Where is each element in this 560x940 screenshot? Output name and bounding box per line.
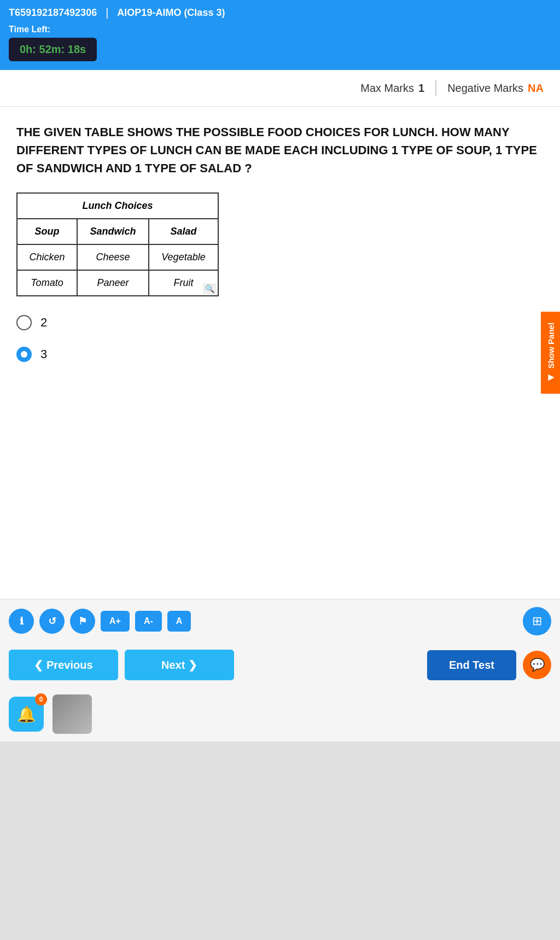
- marks-bar: Max Marks 1 Negative Marks NA: [0, 70, 560, 107]
- reset-font-button[interactable]: A: [167, 611, 191, 632]
- table-row: Chicken Cheese Vegetable: [17, 244, 218, 270]
- option-2-label: 2: [40, 316, 47, 330]
- cell-cheese: Cheese: [77, 244, 149, 270]
- options-list: 2 3: [16, 315, 544, 362]
- col-header-salad: Salad: [149, 219, 218, 244]
- decrease-font-button[interactable]: A-: [135, 611, 162, 632]
- header: T659192187492306 | AIOP19-AIMO (Class 3)…: [0, 0, 560, 70]
- max-marks-label: Max Marks: [360, 82, 414, 95]
- radio-2[interactable]: [16, 315, 32, 330]
- bookmark-icon: ⚑: [78, 615, 87, 627]
- notification-badge: 0: [35, 693, 47, 705]
- avatar-placeholder: [52, 694, 92, 734]
- previous-button[interactable]: ❮ Previous: [9, 650, 118, 680]
- nav-buttons: ❮ Previous Next ❯ End Test 💬: [0, 643, 560, 687]
- marks-separator: [435, 80, 436, 96]
- option-2[interactable]: 2: [16, 315, 544, 330]
- user-id: T659192187492306: [9, 7, 97, 19]
- lunch-table-wrapper: Lunch Choices Soup Sandwich Salad Chicke…: [16, 192, 544, 299]
- negative-marks-label: Negative Marks: [447, 82, 523, 95]
- chat-icon: 💬: [530, 658, 545, 672]
- cell-paneer: Paneer: [77, 270, 149, 296]
- option-3-label: 3: [40, 347, 47, 361]
- question-area: THE GIVEN TABLE SHOWS THE POSSIBLE FOOD …: [0, 107, 560, 599]
- notification-button[interactable]: 🔔 0: [9, 697, 44, 732]
- time-left-label: Time Left:: [9, 25, 551, 34]
- table-container: Lunch Choices Soup Sandwich Salad Chicke…: [16, 192, 219, 296]
- chat-button[interactable]: 💬: [523, 651, 551, 679]
- zoom-icon[interactable]: 🔍: [203, 283, 217, 294]
- question-text: THE GIVEN TABLE SHOWS THE POSSIBLE FOOD …: [16, 123, 544, 177]
- info-icon: ℹ: [20, 615, 24, 627]
- undo-button[interactable]: ↺: [39, 609, 65, 634]
- col-header-sandwich: Sandwich: [77, 219, 149, 244]
- chevron-left-icon: ◀: [547, 374, 556, 383]
- negative-marks-item: Negative Marks NA: [447, 82, 544, 95]
- bottom-bar: 🔔 0: [0, 687, 560, 742]
- bell-icon: 🔔: [17, 705, 36, 723]
- increase-font-button[interactable]: A+: [101, 611, 130, 632]
- undo-icon: ↺: [48, 615, 56, 627]
- show-panel-button[interactable]: ◀ Show Panel: [541, 312, 560, 394]
- user-avatar: [52, 694, 92, 734]
- calculator-button[interactable]: ⊞: [523, 607, 551, 635]
- max-marks-value: 1: [418, 82, 424, 95]
- timer-display: 0h: 52m: 18s: [9, 38, 97, 61]
- radio-3[interactable]: [16, 347, 32, 362]
- option-3[interactable]: 3: [16, 347, 544, 362]
- col-header-soup: Soup: [17, 219, 77, 244]
- calculator-icon: ⊞: [532, 614, 542, 628]
- table-row: Tomato Paneer Fruit: [17, 270, 218, 296]
- show-panel-label: Show Panel: [546, 323, 556, 369]
- lunch-choices-table: Lunch Choices Soup Sandwich Salad Chicke…: [16, 192, 219, 296]
- info-button[interactable]: ℹ: [9, 609, 34, 634]
- max-marks-item: Max Marks 1: [360, 82, 424, 95]
- negative-marks-value: NA: [528, 82, 544, 95]
- bottom-toolbar: ℹ ↺ ⚑ A+ A- A ⊞: [0, 599, 560, 643]
- exam-name: AIOP19-AIMO (Class 3): [117, 7, 225, 19]
- next-button[interactable]: Next ❯: [125, 650, 234, 680]
- cell-chicken: Chicken: [17, 244, 77, 270]
- bookmark-button[interactable]: ⚑: [70, 609, 95, 634]
- cell-vegetable: Vegetable: [149, 244, 218, 270]
- header-divider: |: [106, 7, 108, 19]
- end-test-button[interactable]: End Test: [427, 650, 516, 680]
- cell-tomato: Tomato: [17, 270, 77, 296]
- table-title: Lunch Choices: [17, 193, 218, 219]
